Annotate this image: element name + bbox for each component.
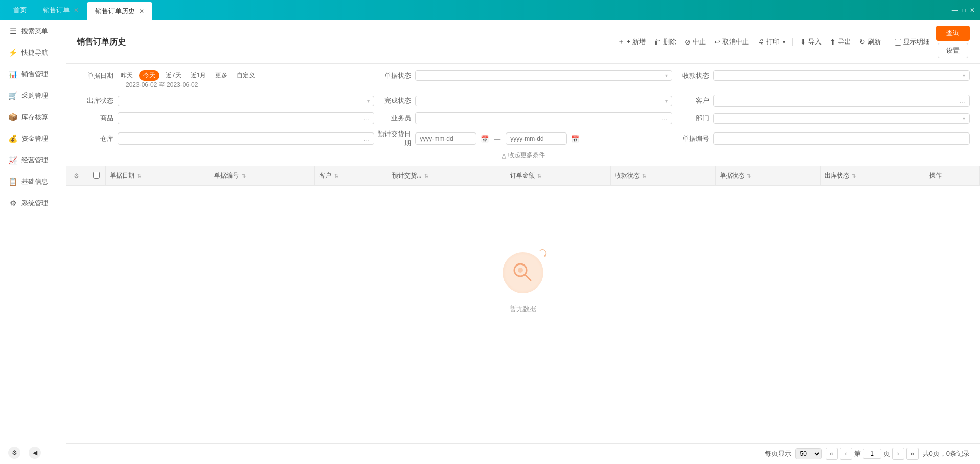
- col-delivery-status-sort-icon[interactable]: ⇅: [852, 173, 856, 179]
- filter-row-2: 出库状态 ▾ 完成状态 ▾ 客户: [77, 95, 970, 107]
- col-amount: 订单金额 ⇅: [506, 166, 610, 186]
- date-range-text: 2023-06-02 至 2023-06-02: [126, 81, 198, 90]
- tab-sales-order-history-close[interactable]: ✕: [139, 8, 144, 15]
- delivery-date-start-input[interactable]: [415, 132, 476, 145]
- col-no-sort-icon[interactable]: ⇅: [242, 173, 246, 179]
- sidebar-item-sys-mgmt[interactable]: ⚙ 系统管理: [0, 192, 66, 214]
- page-size-select[interactable]: 20 50 100: [795, 448, 822, 459]
- sidebar-collapse-icon[interactable]: ◀: [29, 447, 41, 459]
- tab-sales-order[interactable]: 销售订单 ✕: [35, 0, 87, 20]
- sidebar-item-inventory[interactable]: 📦 库存核算: [0, 106, 66, 128]
- warehouse-select[interactable]: …: [118, 132, 374, 145]
- page-last-btn[interactable]: »: [906, 448, 919, 460]
- refresh-button[interactable]: ↻ 刷新: [858, 35, 882, 49]
- new-button[interactable]: ＋ + 新增: [617, 35, 647, 49]
- delivery-date-end-input[interactable]: [506, 132, 567, 145]
- voucher-no-filter: 单据编号: [672, 132, 970, 145]
- cancel-stop-label: 取消中止: [722, 37, 749, 47]
- sidebar-item-basic-info[interactable]: 📋 基础信息: [0, 171, 66, 192]
- collapse-more-btn[interactable]: △ 收起更多条件: [77, 151, 970, 160]
- voucher-status-select[interactable]: ▾: [415, 70, 672, 81]
- table-footer: 每页显示 20 50 100 « ‹ 第 页 › » 共0页，0条记录: [66, 443, 980, 464]
- delivery-status-select[interactable]: ▾: [118, 96, 374, 106]
- col-settings: ⚙: [66, 166, 87, 186]
- sidebar-item-sales-mgmt[interactable]: 📊 销售管理: [0, 63, 66, 85]
- delete-button[interactable]: 🗑 删除: [653, 35, 677, 49]
- date-btn-yesterday[interactable]: 昨天: [118, 70, 136, 81]
- stop-label: 中止: [693, 37, 706, 47]
- col-operation: 操作: [925, 166, 979, 186]
- date-btn-1month[interactable]: 近1月: [188, 70, 210, 81]
- salesperson-more-icon: …: [662, 115, 668, 122]
- minimize-btn[interactable]: —: [952, 7, 958, 14]
- maximize-btn[interactable]: □: [962, 7, 966, 14]
- show-detail-checkbox-label[interactable]: 显示明细: [895, 37, 930, 47]
- tab-sales-order-close[interactable]: ✕: [74, 7, 79, 14]
- setting-button[interactable]: 设置: [938, 43, 968, 58]
- department-select[interactable]: ▾: [713, 113, 970, 124]
- col-delivery-date-label: 预计交货...: [392, 172, 422, 179]
- page-prev-btn[interactable]: ‹: [840, 448, 852, 460]
- complete-status-select[interactable]: ▾: [415, 96, 672, 106]
- delivery-date-start-cal-icon[interactable]: 📅: [481, 135, 489, 143]
- print-button[interactable]: 🖨 打印 ▾: [756, 35, 786, 49]
- cancel-stop-button[interactable]: ↩ 取消中止: [713, 35, 750, 49]
- table-body: 暂无数据: [66, 186, 980, 375]
- import-button[interactable]: ⬇ 导入: [799, 35, 823, 49]
- collapse-label: 收起更多条件: [508, 151, 545, 160]
- col-customer-sort-icon[interactable]: ⇅: [334, 173, 338, 179]
- col-voucher-status: 单据状态 ⇅: [715, 166, 820, 186]
- inventory-icon: 📦: [8, 113, 17, 122]
- tab-sales-order-history[interactable]: 销售订单历史 ✕: [87, 2, 152, 20]
- sidebar-item-business[interactable]: 📈 经营管理: [0, 149, 66, 171]
- col-date: 单据日期 ⇅: [105, 166, 210, 186]
- sidebar-item-quick-nav[interactable]: ⚡ 快捷导航: [0, 42, 66, 63]
- date-btn-custom[interactable]: 自定义: [234, 70, 258, 81]
- payment-status-select[interactable]: ▾: [713, 70, 970, 81]
- sidebar-item-finance-label: 资金管理: [21, 134, 48, 143]
- page-label-suffix: 页: [883, 449, 890, 458]
- filter-row-4: 仓库 … 预计交货日期 📅 — 📅: [77, 129, 970, 148]
- sidebar-item-purchase-mgmt[interactable]: 🛒 采购管理: [0, 85, 66, 106]
- product-select[interactable]: …: [118, 112, 374, 124]
- purchase-mgmt-icon: 🛒: [8, 91, 17, 100]
- top-bar: 首页 销售订单 ✕ 销售订单历史 ✕ — □ ✕: [0, 0, 980, 20]
- page-input[interactable]: [863, 449, 881, 459]
- tab-home[interactable]: 首页: [5, 0, 35, 20]
- export-button[interactable]: ⬆ 导出: [829, 35, 852, 49]
- sidebar-item-business-label: 经营管理: [21, 156, 48, 165]
- query-button[interactable]: 查询: [936, 26, 970, 41]
- col-date-sort-icon[interactable]: ⇅: [137, 173, 141, 179]
- col-delivery-date-sort-icon[interactable]: ⇅: [424, 173, 428, 179]
- new-label: + 新增: [627, 37, 646, 47]
- col-amount-sort-icon[interactable]: ⇅: [537, 173, 541, 179]
- date-btn-today[interactable]: 今天: [139, 70, 159, 81]
- col-payment-status-label: 收款状态: [615, 172, 640, 179]
- complete-status-arrow-icon: ▾: [665, 98, 668, 104]
- close-btn[interactable]: ✕: [970, 7, 975, 14]
- page-first-btn[interactable]: «: [826, 448, 838, 460]
- voucher-no-input[interactable]: [713, 132, 970, 145]
- stop-button[interactable]: ⊘ 中止: [683, 35, 707, 49]
- page-next-btn[interactable]: ›: [892, 448, 904, 460]
- sidebar-settings-icon[interactable]: ⚙: [8, 447, 20, 459]
- col-payment-status-sort-icon[interactable]: ⇅: [642, 173, 646, 179]
- col-voucher-status-label: 单据状态: [720, 172, 744, 179]
- select-all-checkbox[interactable]: [93, 172, 100, 179]
- delivery-date-end-cal-icon[interactable]: 📅: [571, 135, 579, 143]
- show-detail-checkbox[interactable]: [895, 39, 901, 46]
- col-voucher-status-sort-icon[interactable]: ⇅: [747, 173, 751, 179]
- cancel-stop-icon: ↩: [714, 38, 720, 46]
- content-area: 销售订单历史 ＋ + 新增 🗑 删除 ⊘ 中止 ↩ 取消中止: [66, 20, 980, 464]
- sidebar-item-finance[interactable]: 💰 资金管理: [0, 128, 66, 149]
- col-delivery-status-label: 出库状态: [825, 172, 849, 179]
- salesperson-select[interactable]: …: [415, 112, 672, 124]
- col-operation-label: 操作: [929, 172, 942, 179]
- table-settings-icon[interactable]: ⚙: [74, 172, 79, 180]
- date-btn-more[interactable]: 更多: [212, 70, 231, 81]
- sidebar-item-search-menu[interactable]: ☰ 搜索菜单: [0, 20, 66, 42]
- sidebar-item-quick-nav-label: 快捷导航: [21, 48, 48, 57]
- empty-deco: [537, 248, 548, 258]
- customer-select[interactable]: …: [713, 95, 970, 107]
- date-btn-7days[interactable]: 近7天: [163, 70, 185, 81]
